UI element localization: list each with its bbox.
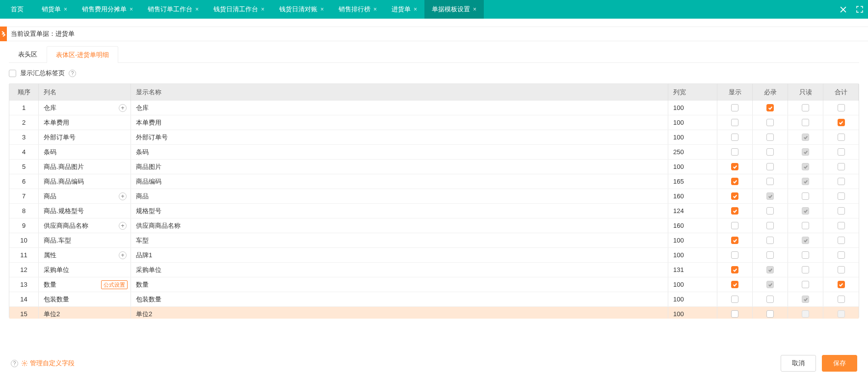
summary-tab-checkbox[interactable] [9,70,16,77]
cell-width[interactable]: 100 [668,130,717,144]
checkbox[interactable] [766,222,774,229]
checkbox[interactable] [766,163,774,170]
checkbox[interactable] [838,237,845,244]
fullscreen-button[interactable] [851,0,868,19]
checkbox[interactable] [766,237,774,244]
checkbox[interactable] [838,296,845,303]
tab-2[interactable]: 销售订单工作台× [140,0,206,19]
table-row[interactable]: 1仓库+仓库100 [9,101,859,115]
cell-display-name[interactable]: 仓库 [131,101,668,115]
checkbox[interactable] [766,310,774,318]
checkbox[interactable] [731,148,738,156]
cell-display-name[interactable]: 车型 [131,233,668,247]
tab-5[interactable]: 销售排行榜× [331,0,384,19]
table-row[interactable]: 11属性+品牌1100 [9,248,859,263]
tab-1[interactable]: 销售费用分摊单× [75,0,140,19]
tab-close-icon[interactable]: × [473,6,476,13]
table-row[interactable]: 8商品.规格型号规格型号124 [9,204,859,218]
cell-width[interactable]: 131 [668,263,717,277]
cell-display-name[interactable]: 品牌1 [131,248,668,262]
save-button[interactable]: 保存 [822,355,857,372]
checkbox[interactable] [838,163,845,170]
tab-close-icon[interactable]: × [195,6,199,13]
tab-close-icon[interactable]: × [373,6,377,13]
checkbox[interactable] [838,222,845,229]
table-row[interactable]: 6商品.商品编码商品编码165 [9,174,859,189]
table-row[interactable]: 7商品+商品160 [9,189,859,204]
cell-width[interactable]: 160 [668,218,717,233]
checkbox[interactable] [838,192,845,200]
cell-width[interactable]: 100 [668,160,717,174]
manage-custom-fields-link[interactable]: 管理自定义字段 [30,359,75,368]
checkbox[interactable] [802,104,809,111]
cell-display-name[interactable]: 采购单位 [131,263,668,277]
footer-help-icon[interactable]: ? [11,360,18,367]
cell-width[interactable]: 100 [668,233,717,247]
formula-tag[interactable]: 公式设置 [101,280,128,289]
checkbox[interactable] [766,134,774,141]
close-all-tabs-button[interactable] [835,0,851,19]
cell-display-name[interactable]: 规格型号 [131,204,668,218]
tab-close-icon[interactable]: × [414,6,417,13]
checkbox[interactable] [731,296,738,303]
checkbox[interactable] [766,251,774,259]
checkbox[interactable] [731,119,738,126]
tab-7[interactable]: 单据模板设置× [424,0,484,19]
checkbox[interactable] [766,207,774,215]
tab-close-icon[interactable]: × [261,6,264,13]
table-row[interactable]: 14包装数量包装数量100 [9,292,859,307]
cell-display-name[interactable]: 包装数量 [131,292,668,306]
checkbox[interactable] [731,266,738,273]
checkbox[interactable] [802,192,809,200]
checkbox[interactable] [766,104,774,111]
cell-width[interactable]: 100 [668,101,717,115]
table-row[interactable]: 3外部订单号外部订单号100 [9,130,859,145]
checkbox[interactable] [802,251,809,259]
table-row[interactable]: 4条码条码250 [9,145,859,160]
add-icon[interactable]: + [119,251,127,259]
cell-display-name[interactable]: 条码 [131,145,668,159]
add-icon[interactable]: + [119,222,127,230]
cell-width[interactable]: 124 [668,204,717,218]
cell-width[interactable]: 165 [668,174,717,189]
cell-display-name[interactable]: 单位2 [131,307,668,319]
cell-display-name[interactable]: 数量 [131,277,668,292]
table-row[interactable]: 15单位2单位2100 [9,307,859,319]
cell-display-name[interactable]: 供应商商品名称 [131,218,668,233]
checkbox[interactable] [731,163,738,170]
table-row[interactable]: 13数量公式设置数量100 [9,277,859,292]
checkbox[interactable] [838,134,845,141]
checkbox[interactable] [838,251,845,259]
table-row[interactable]: 9供应商商品名称+供应商商品名称160 [9,218,859,233]
cell-width[interactable]: 100 [668,292,717,306]
checkbox[interactable] [731,134,738,141]
tab-close-icon[interactable]: × [320,6,324,13]
checkbox[interactable] [802,119,809,126]
checkbox[interactable] [766,148,774,156]
tab-4[interactable]: 钱货日清对账× [272,0,331,19]
checkbox[interactable] [802,266,809,273]
checkbox[interactable] [731,251,738,259]
cell-display-name[interactable]: 本单费用 [131,115,668,130]
tab-3[interactable]: 钱货日清工作台× [206,0,272,19]
checkbox[interactable] [838,148,845,156]
table-row[interactable]: 12采购单位采购单位131 [9,263,859,277]
tab-0[interactable]: 销货单× [34,0,75,19]
add-icon[interactable]: + [119,192,127,200]
tab-home[interactable]: 首页 [0,0,34,19]
add-icon[interactable]: + [119,104,127,112]
checkbox[interactable] [731,281,738,288]
grid-body[interactable]: 1仓库+仓库1002本单费用本单费用1003外部订单号外部订单号1004条码条码… [9,101,859,319]
cell-display-name[interactable]: 商品编码 [131,174,668,189]
checkbox[interactable] [731,207,738,215]
cell-display-name[interactable]: 外部订单号 [131,130,668,144]
cancel-button[interactable]: 取消 [781,355,816,372]
checkbox[interactable] [766,296,774,303]
checkbox[interactable] [731,310,738,318]
checkbox[interactable] [838,281,845,288]
checkbox[interactable] [731,222,738,229]
checkbox[interactable] [731,178,738,185]
checkbox[interactable] [766,119,774,126]
help-icon[interactable]: ? [69,70,76,77]
checkbox[interactable] [731,237,738,244]
